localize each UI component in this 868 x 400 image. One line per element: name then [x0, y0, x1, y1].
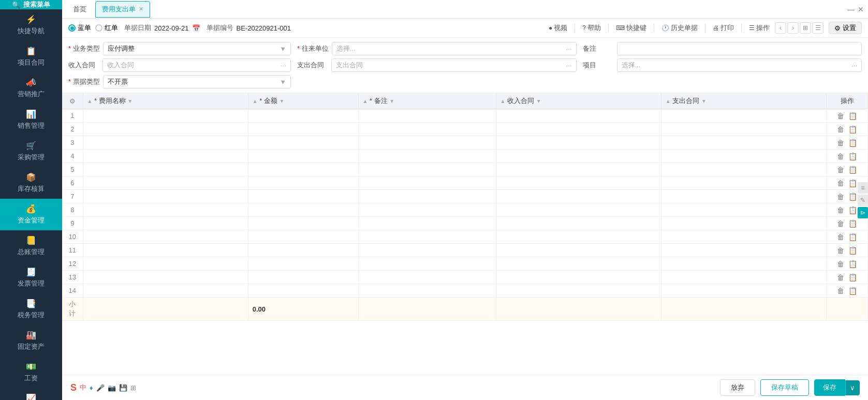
nav-list[interactable]: ☰ [812, 22, 823, 34]
save-arrow-btn[interactable]: ∨ [845, 380, 860, 395]
row-note-7[interactable] [358, 190, 496, 203]
partner-ellipsis[interactable]: ··· [566, 45, 572, 53]
row-income-11[interactable] [496, 244, 661, 257]
row-note-6[interactable] [358, 176, 496, 190]
sort-up-expense[interactable]: ▲ [87, 98, 93, 104]
copy-row-14-icon[interactable]: 📋 [848, 287, 857, 295]
income-contract-ellipsis[interactable]: ··· [281, 62, 286, 69]
window-minimize[interactable]: — [847, 5, 855, 13]
delete-row-5-icon[interactable]: 🗑 [837, 166, 844, 174]
sort-down-amount[interactable]: ▼ [279, 98, 285, 104]
row-amount-9[interactable] [248, 217, 358, 230]
edge-btn-1[interactable]: ≡ [858, 182, 868, 194]
edge-btn-green[interactable]: ⊳ [858, 207, 868, 218]
row-note-10[interactable] [358, 230, 496, 244]
help-btn[interactable]: ? 帮助 [582, 23, 601, 33]
note-input[interactable] [617, 42, 862, 55]
sidebar-item-ledger[interactable]: 📒总账管理 [0, 230, 62, 262]
delete-row-1-icon[interactable]: 🗑 [837, 112, 844, 120]
settings-btn[interactable]: ⚙ 设置 [829, 22, 862, 34]
row-amount-2[interactable] [248, 123, 358, 136]
row-income-8[interactable] [496, 203, 661, 217]
row-amount-6[interactable] [248, 176, 358, 190]
history-btn[interactable]: 🕐 历史单据 [661, 23, 698, 33]
row-expense-c-9[interactable] [661, 217, 826, 230]
sort-down-expense[interactable]: ▼ [127, 98, 133, 104]
row-note-13[interactable] [358, 271, 496, 284]
partner-input[interactable]: 选择... ··· [332, 42, 577, 55]
copy-row-2-icon[interactable]: 📋 [848, 125, 857, 134]
tab-home[interactable]: 首页 [66, 1, 93, 18]
sidebar-item-inventory[interactable]: 📦库存核算 [0, 167, 62, 199]
row-amount-14[interactable] [248, 284, 358, 298]
row-amount-12[interactable] [248, 257, 358, 271]
nav-grid[interactable]: ⊞ [800, 22, 811, 34]
sidebar-item-invoice[interactable]: 🧾发票管理 [0, 262, 62, 293]
sort-down-income[interactable]: ▼ [536, 98, 541, 104]
row-note-9[interactable] [358, 217, 496, 230]
sort-up-note[interactable]: ▲ [363, 98, 368, 104]
delete-row-2-icon[interactable]: 🗑 [837, 125, 844, 134]
delete-row-14-icon[interactable]: 🗑 [837, 287, 844, 295]
project-input[interactable]: 选择... ··· [617, 58, 862, 72]
sort-up-amount[interactable]: ▲ [253, 98, 258, 104]
expense-contract-ellipsis[interactable]: ··· [566, 62, 572, 69]
row-expense-c-3[interactable] [661, 136, 826, 150]
sidebar-item-sales[interactable]: 📊销售管理 [0, 104, 62, 136]
row-amount-10[interactable] [248, 230, 358, 244]
col-settings[interactable]: ⚙ [62, 93, 83, 109]
row-amount-13[interactable] [248, 271, 358, 284]
row-note-2[interactable] [358, 123, 496, 136]
row-expense-7[interactable] [83, 190, 248, 203]
row-expense-c-6[interactable] [661, 176, 826, 190]
delete-row-4-icon[interactable]: 🗑 [837, 152, 844, 160]
copy-row-8-icon[interactable]: 📋 [848, 206, 857, 214]
row-expense-8[interactable] [83, 203, 248, 217]
row-amount-4[interactable] [248, 150, 358, 163]
row-amount-1[interactable] [248, 109, 358, 123]
row-note-11[interactable] [358, 244, 496, 257]
row-income-9[interactable] [496, 217, 661, 230]
window-close[interactable]: ✕ [858, 5, 864, 13]
row-amount-7[interactable] [248, 190, 358, 203]
row-expense-4[interactable] [83, 150, 248, 163]
row-expense-c-12[interactable] [661, 257, 826, 271]
row-income-7[interactable] [496, 190, 661, 203]
copy-row-5-icon[interactable]: 📋 [848, 166, 857, 174]
sidebar-item-fixed-assets[interactable]: 🏭固定资产 [0, 325, 62, 357]
sidebar-item-tax[interactable]: 📑税务管理 [0, 293, 62, 325]
row-expense-2[interactable] [83, 123, 248, 136]
row-income-4[interactable] [496, 150, 661, 163]
row-income-1[interactable] [496, 109, 661, 123]
row-expense-c-11[interactable] [661, 244, 826, 257]
row-expense-5[interactable] [83, 163, 248, 176]
copy-row-12-icon[interactable]: 📋 [848, 260, 857, 268]
row-income-14[interactable] [496, 284, 661, 298]
sidebar-item-purchase[interactable]: 🛒采购管理 [0, 136, 62, 167]
delete-row-7-icon[interactable]: 🗑 [837, 192, 844, 201]
sort-down-note[interactable]: ▼ [389, 98, 394, 104]
business-type-input[interactable]: 应付调整 ▼ [103, 42, 291, 55]
row-expense-c-14[interactable] [661, 284, 826, 298]
copy-row-4-icon[interactable]: 📋 [848, 152, 857, 160]
row-expense-10[interactable] [83, 230, 248, 244]
video-btn[interactable]: ● 视频 [549, 23, 567, 33]
tab-expense[interactable]: 费用支出单 ✕ [95, 1, 150, 18]
row-expense-3[interactable] [83, 136, 248, 150]
row-expense-6[interactable] [83, 176, 248, 190]
delete-row-9-icon[interactable]: 🗑 [837, 219, 844, 228]
row-income-13[interactable] [496, 271, 661, 284]
row-income-10[interactable] [496, 230, 661, 244]
row-expense-12[interactable] [83, 257, 248, 271]
copy-row-11-icon[interactable]: 📋 [848, 246, 857, 255]
row-expense-c-5[interactable] [661, 163, 826, 176]
delete-row-13-icon[interactable]: 🗑 [837, 273, 844, 282]
row-expense-c-4[interactable] [661, 150, 826, 163]
sidebar-item-quick-nav[interactable]: ⚡快捷导航 [0, 9, 62, 41]
delete-row-6-icon[interactable]: 🗑 [837, 179, 844, 187]
sort-up-income[interactable]: ▲ [501, 98, 506, 104]
row-amount-11[interactable] [248, 244, 358, 257]
row-note-12[interactable] [358, 257, 496, 271]
row-note-8[interactable] [358, 203, 496, 217]
edge-btn-2[interactable]: ✎ [858, 195, 868, 206]
